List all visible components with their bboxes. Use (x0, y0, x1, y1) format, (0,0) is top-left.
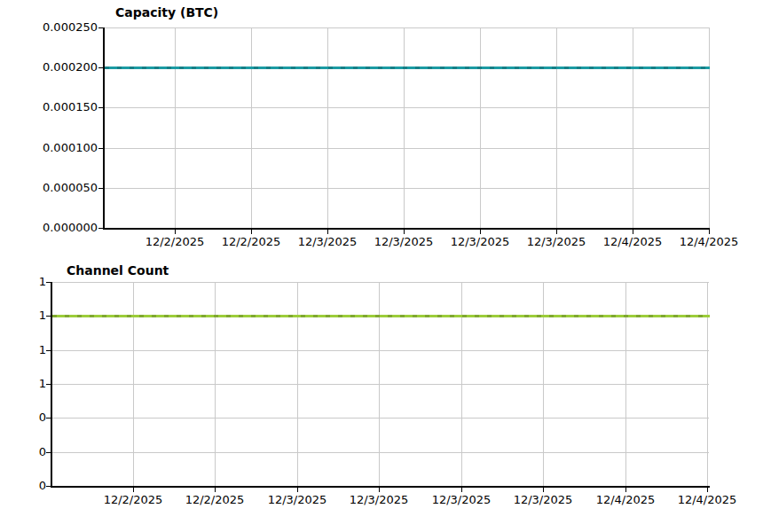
y-axis-tick-label: 0.000050 (22, 181, 98, 194)
capacity-btc-chart: Capacity (BTC) 0.0002500.0002000.0001500… (0, 0, 763, 532)
x-gridline (556, 27, 557, 228)
y-gridline (52, 282, 709, 283)
x-tick-mark (461, 486, 462, 492)
y-tick-mark (46, 316, 52, 317)
y-tick-mark (98, 228, 105, 229)
x-tick-mark (709, 228, 710, 234)
x-gridline (707, 282, 708, 486)
x-axis-tick-label: 12/2/2025 (211, 235, 291, 248)
y-gridline (105, 67, 709, 68)
y-tick-mark (98, 27, 105, 28)
y-axis-tick-label: 1 (20, 275, 46, 288)
x-axis-tick-label: 12/4/2025 (667, 493, 747, 506)
y-axis-tick-label: 0 (20, 445, 46, 458)
x-gridline (709, 27, 710, 228)
y-axis-tick-label: 0.000200 (22, 60, 98, 74)
y-gridline (105, 107, 709, 108)
x-gridline (404, 27, 405, 228)
x-axis-tick-label: 12/3/2025 (516, 235, 596, 248)
y-axis-tick-label: 0.000150 (22, 100, 98, 113)
x-axis-tick-label: 12/3/2025 (339, 493, 419, 506)
x-tick-mark (543, 486, 544, 492)
x-tick-mark (480, 228, 481, 234)
x-gridline (379, 282, 380, 486)
x-axis-tick-label: 12/4/2025 (669, 235, 749, 248)
x-gridline (633, 27, 633, 228)
y-axis-tick-label: 0.000250 (22, 20, 98, 34)
y-tick-mark (46, 282, 52, 283)
channel-count-plot-area: 111100012/2/202512/2/202512/3/202512/3/2… (0, 0, 763, 532)
x-axis-tick-label: 12/2/2025 (93, 493, 173, 506)
y-axis-line (51, 282, 52, 488)
y-axis-tick-label: 0.000100 (22, 141, 98, 154)
x-axis-tick-label: 12/4/2025 (593, 235, 673, 248)
x-tick-mark (379, 486, 380, 492)
x-gridline (215, 282, 216, 486)
x-axis-tick-label: 12/3/2025 (440, 235, 520, 248)
y-tick-mark (98, 67, 105, 68)
y-tick-mark (98, 188, 105, 189)
y-axis-tick-label: 1 (20, 377, 46, 390)
y-axis-tick-label: 1 (20, 309, 46, 322)
x-tick-mark (404, 228, 405, 234)
y-axis-tick-label: 1 (20, 343, 46, 356)
y-gridline (105, 148, 709, 149)
y-tick-mark (46, 418, 52, 419)
x-tick-mark (327, 228, 328, 234)
y-gridline (52, 384, 709, 385)
x-tick-mark (133, 486, 134, 492)
x-gridline (297, 282, 298, 486)
x-tick-mark (556, 228, 557, 234)
x-gridline (543, 282, 544, 486)
x-tick-mark (175, 228, 176, 234)
y-axis-tick-label: 0.000000 (22, 221, 98, 234)
series-line (105, 66, 710, 69)
x-gridline (175, 27, 176, 228)
channel-count-chart-title: Channel Count (67, 263, 169, 278)
x-gridline (327, 27, 328, 228)
x-gridline (625, 282, 626, 486)
x-axis-tick-label: 12/2/2025 (135, 235, 215, 248)
channel-count-chart: Channel Count 111100012/2/202512/2/20251… (0, 0, 763, 532)
x-gridline (480, 27, 481, 228)
charts-panel: Capacity (BTC) 0.0002500.0002000.0001500… (0, 0, 763, 532)
y-tick-mark (98, 107, 105, 108)
capacity-plot-area: 0.0002500.0002000.0001500.0001000.000050… (0, 0, 763, 532)
x-tick-mark (215, 486, 216, 492)
y-gridline (105, 188, 709, 189)
x-gridline (133, 282, 134, 486)
y-tick-mark (46, 452, 52, 453)
x-axis-tick-label: 12/3/2025 (257, 493, 337, 506)
capacity-chart-title: Capacity (BTC) (115, 5, 218, 20)
y-gridline (52, 350, 709, 351)
x-axis-tick-label: 12/3/2025 (364, 235, 444, 248)
series-line (52, 315, 710, 317)
x-gridline (251, 27, 252, 228)
x-axis-tick-label: 12/3/2025 (421, 493, 501, 506)
x-axis-tick-label: 12/3/2025 (287, 235, 367, 248)
x-tick-mark (707, 486, 708, 492)
x-axis-line (103, 228, 710, 230)
x-axis-line (51, 486, 710, 488)
y-axis-tick-label: 0 (20, 479, 46, 492)
x-axis-tick-label: 12/4/2025 (586, 493, 665, 506)
y-gridline (52, 452, 709, 453)
y-gridline (52, 418, 709, 419)
x-gridline (461, 282, 462, 486)
x-tick-mark (633, 228, 633, 234)
y-tick-mark (46, 486, 52, 487)
y-tick-mark (46, 384, 52, 385)
x-tick-mark (625, 486, 626, 492)
x-axis-tick-label: 12/3/2025 (503, 493, 583, 506)
y-axis-tick-label: 0 (20, 411, 46, 424)
y-tick-mark (98, 148, 105, 149)
y-tick-mark (46, 350, 52, 351)
y-gridline (52, 316, 709, 317)
x-tick-mark (251, 228, 252, 234)
x-tick-mark (297, 486, 298, 492)
y-axis-line (103, 27, 105, 230)
y-gridline (105, 27, 709, 28)
x-axis-tick-label: 12/2/2025 (175, 493, 255, 506)
